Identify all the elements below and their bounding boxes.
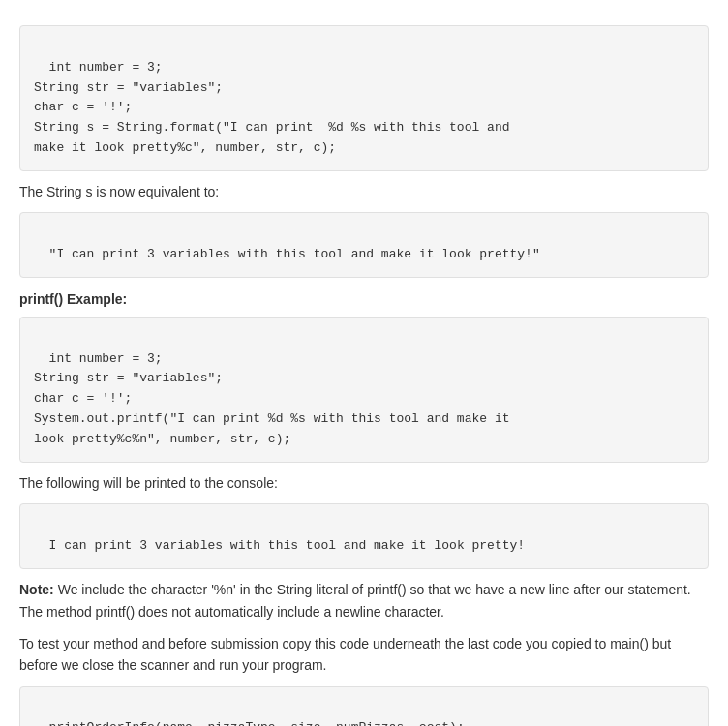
code-block-1: int number = 3; String str = "variables"…: [19, 25, 709, 171]
section-printf-title: printf() Example:: [19, 291, 709, 307]
note-paragraph: Note: We include the character '%n' in t…: [19, 579, 709, 623]
prose-1: The String s is now equivalent to:: [19, 181, 709, 202]
code-block-5: printOrderInfo(name, pizzaType, size, nu…: [19, 686, 709, 727]
prose-2: The following will be printed to the con…: [19, 472, 709, 494]
note-text: We include the character '%n' in the Str…: [19, 582, 691, 620]
note-label: Note:: [19, 582, 54, 597]
code-block-4: I can print 3 variables with this tool a…: [19, 503, 709, 569]
code-block-2: "I can print 3 variables with this tool …: [19, 212, 709, 278]
prose-3: To test your method and before submissio…: [19, 633, 709, 677]
code-block-3: int number = 3; String str = "variables"…: [19, 317, 709, 463]
